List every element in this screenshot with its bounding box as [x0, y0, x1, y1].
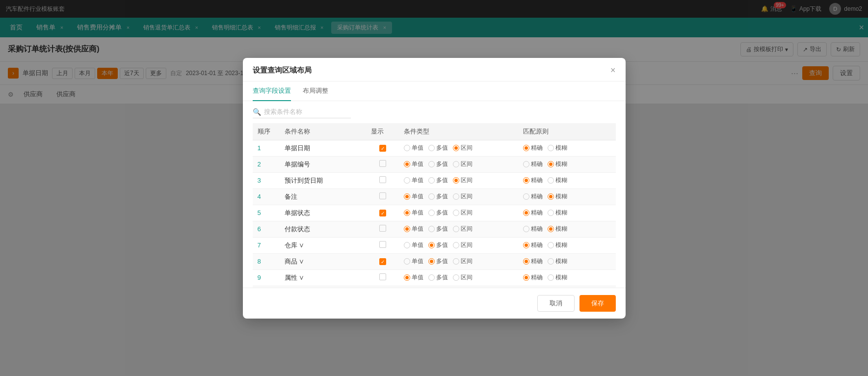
checkbox[interactable]: ✓	[379, 258, 386, 265]
tab-layout[interactable]: 布局调整	[303, 81, 328, 101]
radio-item-match-精确[interactable]: 精确	[523, 160, 543, 168]
radio-dot-match	[548, 177, 554, 184]
row-type-radios: 单值多值区间	[399, 253, 518, 269]
radio-item-match-精确[interactable]: 精确	[523, 209, 543, 217]
row-condition-name: 单据编号	[280, 156, 367, 172]
radio-item-多值[interactable]: 多值	[428, 209, 448, 217]
checkbox[interactable]	[379, 176, 386, 183]
radio-item-match-模糊[interactable]: 模糊	[548, 273, 567, 282]
row-match-radios: 精确模糊	[518, 253, 616, 269]
radio-item-多值[interactable]: 多值	[428, 241, 448, 249]
radio-item-单值[interactable]: 单值	[404, 176, 423, 185]
row-display-checkbox[interactable]	[366, 156, 398, 172]
radio-item-多值[interactable]: 多值	[428, 192, 448, 201]
row-match-radios: 精确模糊	[518, 188, 616, 205]
radio-item-match-精确[interactable]: 精确	[523, 241, 543, 249]
radio-item-match-模糊[interactable]: 模糊	[548, 209, 567, 217]
radio-item-单值[interactable]: 单值	[404, 225, 423, 233]
row-display-checkbox[interactable]	[366, 172, 398, 188]
table-row: 1单据日期✓单值多值区间精确模糊	[253, 140, 616, 157]
radio-item-区间[interactable]: 区间	[453, 160, 473, 168]
radio-dot	[428, 193, 435, 200]
modal-close-btn[interactable]: ×	[610, 66, 616, 75]
radio-dot	[428, 177, 435, 184]
radio-item-多值[interactable]: 多值	[428, 144, 448, 152]
radio-item-区间[interactable]: 区间	[453, 225, 473, 233]
radio-item-match-精确[interactable]: 精确	[523, 257, 543, 266]
radio-item-match-模糊[interactable]: 模糊	[548, 176, 567, 185]
radio-item-区间[interactable]: 区间	[453, 257, 473, 266]
radio-item-多值[interactable]: 多值	[428, 257, 448, 266]
radio-item-区间[interactable]: 区间	[453, 144, 473, 152]
radio-item-多值[interactable]: 多值	[428, 160, 448, 168]
row-display-checkbox[interactable]: ✓	[366, 205, 398, 221]
row-display-checkbox[interactable]: ✓	[366, 140, 398, 157]
radio-item-match-精确[interactable]: 精确	[523, 176, 543, 185]
radio-item-多值[interactable]: 多值	[428, 273, 448, 282]
radio-dot	[404, 177, 410, 184]
th-match: 匹配原则	[518, 123, 616, 140]
radio-item-区间[interactable]: 区间	[453, 273, 473, 282]
radio-dot	[404, 242, 410, 248]
radio-item-单值[interactable]: 单值	[404, 209, 423, 217]
search-input[interactable]	[264, 108, 342, 115]
cancel-btn[interactable]: 取消	[537, 295, 575, 312]
table-row: 3预计到货日期单值多值区间精确模糊	[253, 172, 616, 188]
radio-dot	[404, 258, 410, 265]
row-display-checkbox[interactable]: ✓	[366, 253, 398, 269]
radio-item-match-模糊[interactable]: 模糊	[548, 192, 567, 201]
row-condition-name: 付款状态	[280, 221, 367, 237]
save-btn[interactable]: 保存	[579, 295, 616, 312]
radio-item-单值[interactable]: 单值	[404, 273, 423, 282]
checkbox[interactable]	[379, 273, 386, 280]
checkbox[interactable]	[379, 160, 386, 167]
th-order: 顺序	[253, 123, 280, 140]
row-display-checkbox[interactable]	[366, 237, 398, 253]
row-display-checkbox[interactable]	[366, 188, 398, 205]
radio-item-match-模糊[interactable]: 模糊	[548, 257, 567, 266]
radio-item-match-精确[interactable]: 精确	[523, 273, 543, 282]
radio-dot-match	[548, 161, 554, 167]
radio-dot-match	[548, 242, 554, 248]
radio-dot	[453, 161, 459, 167]
row-order: 8	[253, 253, 280, 269]
modal-title: 设置查询区域布局	[253, 66, 312, 75]
row-order: 7	[253, 237, 280, 253]
radio-item-match-模糊[interactable]: 模糊	[548, 160, 567, 168]
radio-item-单值[interactable]: 单值	[404, 144, 423, 152]
radio-item-match-模糊[interactable]: 模糊	[548, 144, 567, 152]
th-name: 条件名称	[280, 123, 367, 140]
row-condition-name: 商品 ∨	[280, 253, 367, 269]
radio-item-单值[interactable]: 单值	[404, 257, 423, 266]
settings-modal: 设置查询区域布局 × 查询字段设置 布局调整 🔍 顺序 条件名称 显示	[243, 58, 626, 319]
row-order: 9	[253, 269, 280, 286]
radio-dot-match	[548, 193, 554, 200]
checkbox[interactable]: ✓	[379, 145, 386, 152]
checkbox[interactable]	[379, 241, 386, 248]
checkbox[interactable]	[379, 192, 386, 199]
radio-item-多值[interactable]: 多值	[428, 176, 448, 185]
radio-item-区间[interactable]: 区间	[453, 192, 473, 201]
row-match-radios: 精确模糊	[518, 237, 616, 253]
radio-item-区间[interactable]: 区间	[453, 176, 473, 185]
row-display-checkbox[interactable]	[366, 269, 398, 286]
radio-item-单值[interactable]: 单值	[404, 241, 423, 249]
radio-item-单值[interactable]: 单值	[404, 192, 423, 201]
conditions-table: 顺序 条件名称 显示 条件类型 匹配原则	[253, 123, 616, 140]
radio-item-match-模糊[interactable]: 模糊	[548, 225, 567, 233]
radio-item-match-精确[interactable]: 精确	[523, 144, 543, 152]
radio-item-多值[interactable]: 多值	[428, 225, 448, 233]
row-match-radios: 精确模糊	[518, 269, 616, 286]
radio-dot	[428, 161, 435, 167]
row-type-radios: 单值多值区间	[399, 188, 518, 205]
radio-item-区间[interactable]: 区间	[453, 241, 473, 249]
radio-item-match-模糊[interactable]: 模糊	[548, 241, 567, 249]
radio-item-match-精确[interactable]: 精确	[523, 192, 543, 201]
radio-item-match-精确[interactable]: 精确	[523, 225, 543, 233]
radio-item-区间[interactable]: 区间	[453, 209, 473, 217]
checkbox[interactable]	[379, 225, 386, 232]
tab-query-fields[interactable]: 查询字段设置	[253, 81, 291, 101]
checkbox[interactable]: ✓	[379, 210, 386, 216]
row-display-checkbox[interactable]	[366, 221, 398, 237]
radio-item-单值[interactable]: 单值	[404, 160, 423, 168]
